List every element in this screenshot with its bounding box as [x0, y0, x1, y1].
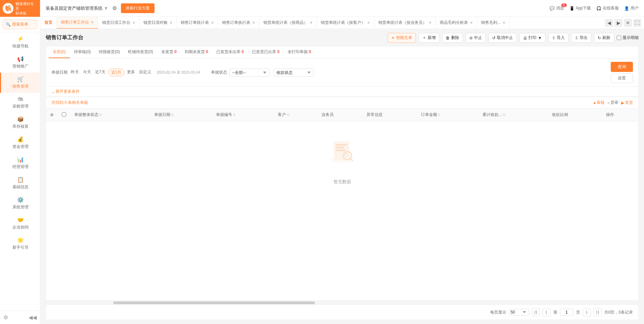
tab-close-all[interactable]: ✕ — [624, 19, 632, 27]
tab-close-sales-order[interactable]: ✕ — [91, 21, 94, 24]
filter-tab-not-printed[interactable]: 未打印单据 0 — [284, 46, 315, 58]
date-opt-today[interactable]: 今天 — [82, 69, 92, 76]
stop-button[interactable]: ⊘ 中止 — [466, 33, 486, 43]
refresh-button[interactable]: ↻ 刷新 — [594, 33, 614, 43]
tab-sales-sum-staff[interactable]: 销货单统计表（按业务员） ✕ — [374, 17, 436, 29]
filter-tab-shipped-out[interactable]: 已发货已出库 0 — [248, 46, 284, 58]
smart-generate-button[interactable]: ✦ 智能生单 — [388, 33, 416, 43]
page-prev-button[interactable]: ⟨ — [543, 308, 551, 316]
tab-sales-more[interactable]: 销售毛利... ✕ — [477, 17, 510, 29]
sidebar-item-purchase[interactable]: 🛍 采购管理 — [0, 93, 40, 113]
filter-tab-pending-check[interactable]: 待拣验货(0) — [95, 46, 124, 58]
tab-close-sales-more[interactable]: ✕ — [503, 21, 505, 25]
filter-tab-expired[interactable]: 到期未发货 0 — [181, 46, 212, 58]
sidebar-item-marketing[interactable]: 📢 营销推广 — [0, 52, 40, 73]
tab-sales-sum-product[interactable]: 销货单统计表（按商品） ✕ — [259, 17, 317, 29]
filter-tab-pending[interactable]: 待审核(0) — [70, 46, 95, 58]
tab-sales-stats[interactable]: 销售订单统计表 ✕ — [177, 17, 218, 29]
date-opt-more[interactable]: 更多 — [126, 69, 136, 76]
show-detail-checkbox[interactable]: 显示明细 — [617, 35, 639, 41]
sidebar-item-guide[interactable]: 🌟 新手引导 — [0, 234, 40, 254]
tab-home[interactable]: 首页 — [40, 17, 57, 29]
payment-select[interactable]: 收款状态 — [273, 69, 314, 77]
sidebar-item-enterprise[interactable]: 🤝 企业协同 — [0, 213, 40, 234]
sort-received-icon[interactable]: ⇅ — [503, 113, 505, 117]
query-button[interactable]: 查询 — [611, 62, 633, 72]
tab-close-cash-daily[interactable]: ✕ — [132, 21, 135, 25]
sidebar-item-inventory[interactable]: 📦 库存核算 — [0, 113, 40, 133]
tab-close-cash-reconcile[interactable]: ✕ — [170, 21, 172, 25]
date-opt-1month[interactable]: 近1月 — [108, 69, 125, 76]
print-button[interactable]: 🖨 打印 ▼ — [519, 33, 546, 43]
th-settings[interactable]: ⚙ — [46, 109, 58, 121]
expand-button[interactable]: ⌄ 展开更多条件 — [51, 89, 633, 94]
page-last-button[interactable]: ⟩⟩ — [594, 308, 602, 316]
add-button[interactable]: ＋ 新增 — [419, 33, 439, 43]
tab-close-sales-exec[interactable]: ✕ — [252, 21, 255, 25]
op-revoke-button[interactable]: ○ 弃审 — [607, 100, 618, 106]
import-button[interactable]: ⇧ 导入 — [548, 33, 568, 43]
sort-status-icon[interactable]: ⇅ — [99, 113, 102, 117]
sort-date-icon[interactable]: ⇅ — [171, 113, 174, 117]
tab-close-sales-sum-staff[interactable]: ✕ — [429, 21, 431, 25]
horizontal-scrollbar[interactable] — [46, 300, 638, 305]
sidebar-item-quicknav[interactable]: ⚡ 快捷导航 — [0, 32, 40, 52]
app-download-item[interactable]: 📱 App下载 — [569, 5, 591, 11]
filter-tab-all[interactable]: 全部(0) — [49, 46, 70, 58]
th-checkbox[interactable] — [58, 109, 70, 121]
tab-cash-reconcile[interactable]: 钱货日清对账 ✕ — [139, 17, 177, 29]
sidebar-bottom: ⚙ ◀◀ — [0, 311, 40, 324]
tab-cash-daily[interactable]: 钱货日清工作台 ✕ — [98, 17, 139, 29]
export-button[interactable]: ⇩ 导出 — [571, 33, 591, 43]
sidebar-search[interactable]: 🔍 搜索菜单 — [0, 17, 40, 32]
date-opt-custom[interactable]: 自定义 — [138, 69, 153, 76]
op-ship-button[interactable]: ▶ 发货 — [621, 100, 633, 106]
date-opt-yesterday[interactable]: 昨天 — [70, 69, 80, 76]
tab-close-gross-margin[interactable]: ✕ — [470, 21, 473, 25]
collapse-icon[interactable]: ◀◀ — [29, 314, 37, 321]
page-number-input[interactable] — [560, 309, 573, 316]
sidebar-item-system[interactable]: ⚙️ 系统管理 — [0, 193, 40, 213]
tab-sales-order[interactable]: 销售订单工作台 ✕ — [57, 17, 98, 29]
sort-client-icon[interactable]: ⇅ — [287, 113, 289, 117]
filter-tab-not-shipped[interactable]: 未发货 0 — [157, 46, 181, 58]
filter-tab-wangpu[interactable]: 旺铺待发货(0) — [124, 46, 157, 58]
sort-amount-icon[interactable]: ⇅ — [438, 113, 440, 117]
delete-button[interactable]: 🗑 删除 — [442, 33, 463, 43]
page-first-button[interactable]: ⟨⟨ — [532, 308, 540, 316]
tab-gross-margin[interactable]: 商品毛利分析表 ✕ — [436, 17, 477, 29]
cash-reconcile-tab-label: 钱货日清对账 — [143, 20, 168, 26]
show-detail-input[interactable] — [617, 36, 621, 40]
per-page-select[interactable]: 10 20 50 100 — [509, 309, 529, 316]
online-service-item[interactable]: 🎧 在线客服 — [596, 5, 619, 11]
tab-sales-exec[interactable]: 销售订单执行表 ✕ — [218, 17, 259, 29]
scrollbar-thumb[interactable] — [113, 301, 315, 304]
filter-tab-shipped-not-out[interactable]: 已发货未出库 0 — [212, 46, 248, 58]
select-all-checkbox[interactable] — [62, 112, 66, 117]
tab-close-sales-sum-product[interactable]: ✕ — [310, 21, 312, 25]
sidebar-item-basic[interactable]: 📋 基础信息 — [0, 173, 40, 193]
tab-close-sales-sum-client[interactable]: ✕ — [367, 21, 370, 25]
settings-icon[interactable]: ⚙ — [3, 314, 8, 321]
page-next-button[interactable]: ⟩ — [583, 308, 591, 316]
op-audit-button[interactable]: ● 审核 — [594, 100, 605, 106]
sidebar-item-finance[interactable]: 💰 资金管理 — [0, 133, 40, 153]
experience-button[interactable]: 体验行业方案 — [121, 3, 155, 13]
tab-close-sales-stats[interactable]: ✕ — [211, 21, 214, 25]
cancel-stop-button[interactable]: ↺ 取消中止 — [488, 33, 517, 43]
tab-nav-next[interactable]: ▶ — [614, 19, 622, 27]
user-item[interactable]: 👤 用户 — [624, 5, 639, 11]
tab-nav-prev[interactable]: ◀ — [605, 19, 613, 27]
message-item[interactable]: 💬 消息 6 — [550, 5, 564, 11]
set-button[interactable]: 设置 — [611, 73, 633, 83]
sidebar-item-sales[interactable]: 🛒 销售管理 — [0, 73, 40, 93]
sidebar-item-operations[interactable]: 📊 经营管理 — [0, 153, 40, 173]
sort-number-icon[interactable]: ⇅ — [233, 113, 235, 117]
status-select[interactable]: --全部-- — [229, 69, 269, 77]
date-opt-7days[interactable]: 近7天 — [94, 69, 107, 76]
search-menu-button[interactable]: 🔍 搜索菜单 — [3, 19, 37, 29]
tab-fullscreen[interactable]: ⛶ — [633, 19, 641, 27]
tab-sales-sum-client[interactable]: 销货单统计表（按客户） ✕ — [317, 17, 374, 29]
topbar-settings-icon[interactable]: ⚙ — [112, 5, 117, 11]
total-pages-text: 共0页，0条记录 — [604, 310, 633, 315]
